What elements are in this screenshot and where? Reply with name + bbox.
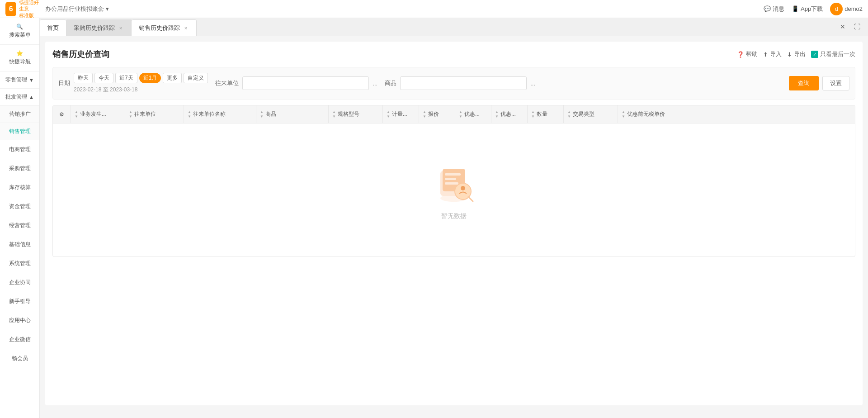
sidebar-item-inventory[interactable]: 库存核算 xyxy=(0,178,39,197)
th-tax-price[interactable]: ▲▼ 优惠前无税单价 xyxy=(618,105,855,123)
content-area: 首页 采购历史价跟踪 × 销售历史价跟踪 × ✕ ⛶ 销售历史价查询 xyxy=(40,18,868,418)
unit-filter-group: 往来单位 ... xyxy=(215,76,377,90)
query-button[interactable]: 查询 xyxy=(789,76,819,90)
date-btn-today[interactable]: 今天 xyxy=(94,73,113,83)
page-header: 销售历史价查询 ❓ 帮助 ⬆ 导入 ⬇ 导出 xyxy=(52,49,855,60)
sidebar-item-marketing[interactable]: 营销推广 xyxy=(0,106,39,123)
settings-button[interactable]: 设置 xyxy=(822,76,849,90)
th-settings[interactable]: ⚙ xyxy=(53,105,71,123)
th-unit-code[interactable]: ▲▼ 往来单位 xyxy=(125,105,184,123)
settings-icon: ⚙ xyxy=(59,111,64,118)
sidebar-item-guide[interactable]: 新手引导 xyxy=(0,292,39,311)
data-table: ⚙ ▲▼ 业务发生... ▲▼ 往来单位 ▲▼ 往来单位名称 xyxy=(52,105,855,257)
date-btn-1month[interactable]: 近1月 xyxy=(139,73,161,83)
th-trade-type[interactable]: ▲▼ 交易类型 xyxy=(564,105,618,123)
th-date[interactable]: ▲▼ 业务发生... xyxy=(71,105,125,123)
date-btn-more[interactable]: 更多 xyxy=(163,73,182,83)
user-menu[interactable]: d demo2 xyxy=(830,3,863,15)
svg-rect-5 xyxy=(445,182,458,185)
sidebar-item-system[interactable]: 系统管理 xyxy=(0,254,39,273)
import-button[interactable]: ⬆ 导入 xyxy=(763,50,782,58)
sidebar-item-member[interactable]: 畅会员 xyxy=(0,349,39,368)
logo-icon: 6 xyxy=(5,2,16,16)
date-btn-yesterday[interactable]: 昨天 xyxy=(74,73,93,83)
th-spec[interactable]: ▲▼ 规格型号 xyxy=(329,105,383,123)
th-unit-name[interactable]: ▲▼ 往来单位名称 xyxy=(184,105,256,123)
product-filter-input[interactable] xyxy=(400,76,527,90)
tab-purchase-history[interactable]: 采购历史价跟踪 × xyxy=(66,19,132,36)
tabs-bar: 首页 采购历史价跟踪 × 销售历史价跟踪 × ✕ ⛶ xyxy=(40,18,868,36)
unit-filter-input[interactable] xyxy=(242,76,369,90)
product-filter-label: 商品 xyxy=(385,79,396,87)
logo-area: 6 畅捷通好生意 标准版 xyxy=(5,0,42,19)
th-discount1[interactable]: ▲▼ 优惠... xyxy=(455,105,491,123)
download-icon: 📱 xyxy=(792,5,799,12)
filter-actions: 查询 设置 xyxy=(789,76,849,90)
sidebar-item-operations[interactable]: 经营管理 xyxy=(0,216,39,235)
sidebar-item-ecommerce[interactable]: 电商管理 xyxy=(0,140,39,159)
breadcrumb: 办公用品行业模拟账套 ▾ xyxy=(45,5,109,13)
tab-close-sales[interactable]: × xyxy=(183,25,189,31)
date-btn-custom[interactable]: 自定义 xyxy=(184,73,208,83)
header-left: 6 畅捷通好生意 标准版 办公用品行业模拟账套 ▾ xyxy=(5,0,109,19)
svg-point-7 xyxy=(461,186,465,190)
unit-filter-dots[interactable]: ... xyxy=(373,80,377,87)
sort-arrows-price: ▲▼ xyxy=(423,110,426,119)
th-product[interactable]: ▲▼ 商品 xyxy=(256,105,329,123)
page-content: 销售历史价查询 ❓ 帮助 ⬆ 导入 ⬇ 导出 xyxy=(40,36,868,418)
sort-arrows-qty: ▲▼ xyxy=(531,110,535,119)
sidebar-item-finance[interactable]: 资金管理 xyxy=(0,197,39,216)
chevron-down-icon[interactable]: ▾ xyxy=(106,5,109,12)
sort-arrows-tax-price: ▲▼ xyxy=(622,110,625,119)
empty-state: 暂无数据 xyxy=(53,124,855,256)
date-btn-7days[interactable]: 近7天 xyxy=(115,73,137,83)
sidebar-item-purchase[interactable]: 采购管理 xyxy=(0,159,39,178)
app-download-button[interactable]: 📱 App下载 xyxy=(792,5,823,13)
date-filter-group: 日期 昨天 今天 近7天 近1月 更多 自定义 2023-02-18 至 202… xyxy=(58,73,208,94)
empty-text: 暂无数据 xyxy=(441,212,467,220)
th-qty[interactable]: ▲▼ 数量 xyxy=(528,105,564,123)
message-icon: 💬 xyxy=(764,5,771,12)
help-icon: ❓ xyxy=(737,51,744,58)
sort-arrows-discount2: ▲▼ xyxy=(495,110,499,119)
th-unit-measure[interactable]: ▲▼ 计量... xyxy=(383,105,419,123)
sidebar-item-wholesale[interactable]: 批发管理 ▲ xyxy=(0,89,39,106)
message-button[interactable]: 💬 消息 xyxy=(764,5,784,13)
svg-rect-4 xyxy=(445,178,456,180)
logo-text: 畅捷通好生意 标准版 xyxy=(19,0,42,19)
sort-arrows-unit: ▲▼ xyxy=(387,110,390,119)
sidebar-item-app-center[interactable]: 应用中心 xyxy=(0,311,39,330)
sidebar-item-search[interactable]: 🔍 搜索菜单 xyxy=(0,18,39,45)
help-button[interactable]: ❓ 帮助 xyxy=(737,50,758,58)
export-button[interactable]: ⬇ 导出 xyxy=(787,50,806,58)
th-price[interactable]: ▲▼ 报价 xyxy=(419,105,455,123)
sidebar-item-basic[interactable]: 基础信息 xyxy=(0,235,39,254)
tab-home[interactable]: 首页 xyxy=(40,19,66,36)
search-icon: 🔍 xyxy=(16,24,23,30)
sort-arrows-product: ▲▼ xyxy=(260,110,264,119)
th-discount2[interactable]: ▲▼ 优惠... xyxy=(491,105,528,123)
sort-arrows-date: ▲▼ xyxy=(75,110,78,119)
date-options: 昨天 今天 近7天 近1月 更多 自定义 xyxy=(74,73,208,83)
sidebar-item-sales[interactable]: 销售管理 xyxy=(0,123,39,140)
maximize-button[interactable]: ⛶ xyxy=(852,21,863,32)
tab-sales-history[interactable]: 销售历史价跟踪 × xyxy=(132,19,197,36)
sidebar-item-enterprise[interactable]: 企业协同 xyxy=(0,273,39,292)
date-options-container: 昨天 今天 近7天 近1月 更多 自定义 2023-02-18 至 2023-0… xyxy=(74,73,208,94)
product-filter-dots[interactable]: ... xyxy=(530,80,535,87)
sidebar-item-retail[interactable]: 零售管理 ▼ xyxy=(0,71,39,89)
sort-arrows-unit-name: ▲▼ xyxy=(188,110,191,119)
page-actions: ❓ 帮助 ⬆ 导入 ⬇ 导出 ✓ 只看最后一次 xyxy=(737,50,855,58)
sidebar-item-shortcut[interactable]: ⭐ 快捷导航 xyxy=(0,45,39,71)
chevron-up-icon: ▲ xyxy=(29,94,34,100)
sidebar-item-wechat[interactable]: 企业微信 xyxy=(0,330,39,349)
sort-arrows-unit-code: ▲▼ xyxy=(129,110,132,119)
only-latest-checkbox[interactable]: ✓ 只看最后一次 xyxy=(811,50,855,58)
tab-close-purchase[interactable]: × xyxy=(118,25,124,31)
sort-arrows-type: ▲▼ xyxy=(567,110,571,119)
filter-row: 日期 昨天 今天 近7天 近1月 更多 自定义 2023-02-18 至 202… xyxy=(52,67,855,100)
date-range-display: 2023-02-18 至 2023-03-18 xyxy=(74,86,208,94)
main-layout: 🔍 搜索菜单 ⭐ 快捷导航 零售管理 ▼ 批发管理 ▲ 营销推广 销售管理 电商… xyxy=(0,18,868,418)
close-all-tabs-button[interactable]: ✕ xyxy=(837,21,848,32)
unit-filter-label: 往来单位 xyxy=(215,79,239,87)
